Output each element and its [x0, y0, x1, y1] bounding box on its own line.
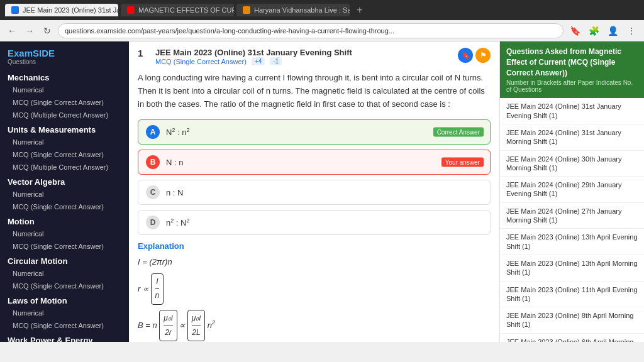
right-panel-item[interactable]: JEE Main 2023 (Online) 13th April Evenin…	[500, 229, 644, 255]
right-panel-header: Questions Asked from Magnetic Effect of …	[500, 41, 644, 98]
option-a[interactable]: A N2 : n2 Correct Answer	[138, 119, 491, 145]
sidebar-item-units-mcq-single[interactable]: MCQ (Single Correct Answer)	[0, 148, 129, 161]
sidebar-item-circular-numerical[interactable]: Numerical	[0, 267, 129, 280]
back-button[interactable]: ←	[5, 24, 19, 38]
option-text-d: n2 : N2	[166, 217, 190, 228]
url-text: questions.examside.com/past-years/jee/qu…	[65, 27, 394, 35]
right-panel-sub: Number in Brackets after Paper Indicates…	[506, 79, 638, 93]
option-text-c: n : N	[166, 188, 183, 197]
tab-favicon-yt	[127, 6, 135, 14]
right-panel-item[interactable]: JEE Main 2024 (Online) 31st January Even…	[500, 98, 644, 124]
explanation-title: Explanation	[138, 241, 491, 251]
brand-name: ExamSIDE	[8, 48, 121, 58]
brand-sub: Questions	[8, 58, 121, 65]
right-panel-item[interactable]: JEE Main 2024 (Online) 30th January Morn…	[500, 151, 644, 177]
explanation-text: I = (2πr)n r ∝ I n B = n μ₀i 2r ∝ μ₀i 2L	[138, 255, 491, 341]
right-panel-items: JEE Main 2024 (Online) 31st January Even…	[500, 98, 644, 342]
sidebar-item-laws-mcq-single[interactable]: MCQ (Single Correct Answer)	[0, 319, 129, 332]
extensions-icon[interactable]: 🧩	[586, 23, 601, 38]
bookmark-question-icon[interactable]: 🔖	[458, 48, 473, 63]
tab-favicon-hn	[243, 6, 250, 14]
brand-exam: Exam	[8, 48, 33, 58]
question-number: 1	[138, 48, 149, 58]
tab-favicon-jee	[11, 6, 19, 14]
question-meta-block: JEE Main 2023 (Online) 31st January Even…	[155, 48, 452, 65]
sidebar-item-laws-numerical[interactable]: Numerical	[0, 307, 129, 319]
flag-question-icon[interactable]: ⚑	[475, 48, 491, 63]
sidebar-item-units-numerical[interactable]: Numerical	[0, 136, 129, 148]
option-text-b: N : n	[166, 158, 183, 167]
sidebar: ExamSIDE Questions Mechanics Numerical M…	[0, 41, 129, 342]
sidebar-section-laws: Laws of Motion	[0, 292, 129, 307]
sidebar-section-work: Work Power & Energy	[0, 332, 129, 342]
sidebar-section-units: Units & Measurements	[0, 121, 129, 136]
brand-side: SIDE	[33, 48, 55, 58]
right-panel-title: Questions Asked from Magnetic Effect of …	[506, 47, 638, 78]
sidebar-item-motion-mcq-single[interactable]: MCQ (Single Correct Answer)	[0, 240, 129, 253]
right-panel-item[interactable]: JEE Main 2024 (Online) 27th January Morn…	[500, 203, 644, 229]
browser-nav-icons: 🔖 🧩 👤 ⋮	[567, 23, 639, 38]
tab-label-jee: JEE Main 2023 (Online) 31st Jan...	[23, 6, 118, 14]
sidebar-item-motion-numerical[interactable]: Numerical	[0, 228, 129, 240]
app-body: ExamSIDE Questions Mechanics Numerical M…	[0, 41, 644, 342]
bookmark-icon[interactable]: 🔖	[567, 23, 582, 38]
option-label-a: A	[146, 125, 160, 139]
sidebar-section-motion: Motion	[0, 213, 129, 228]
sidebar-section-mechanics: Mechanics	[0, 69, 129, 84]
sidebar-item-mechanics-mcq-single[interactable]: MCQ (Single Correct Answer)	[0, 96, 129, 109]
sidebar-item-vector-numerical[interactable]: Numerical	[0, 188, 129, 200]
sidebar-logo: ExamSIDE Questions	[0, 41, 129, 69]
badge-plus: +4	[252, 57, 265, 65]
option-label-c: C	[146, 185, 160, 199]
forward-button[interactable]: →	[23, 24, 36, 38]
question-title: JEE Main 2023 (Online) 31st January Even…	[155, 48, 452, 57]
question-icons: 🔖 ⚑	[458, 48, 491, 63]
new-tab-button[interactable]: +	[352, 3, 367, 18]
tab-jee[interactable]: JEE Main 2023 (Online) 31st Jan... ✕	[5, 4, 118, 16]
option-text-a: N2 : n2	[166, 127, 190, 137]
tab-yt[interactable]: MAGNETIC EFFECTS OF CURRENT A...	[121, 4, 234, 16]
badge-minus: -1	[270, 57, 282, 65]
sidebar-item-mechanics-numerical[interactable]: Numerical	[0, 84, 129, 96]
option-label-d: D	[146, 216, 160, 229]
option-b[interactable]: B N : n Your answer	[138, 150, 491, 175]
question-meta: MCQ (Single Correct Answer) +4 -1	[155, 57, 452, 65]
sidebar-section-circular: Circular Motion	[0, 253, 129, 267]
refresh-button[interactable]: ↻	[40, 24, 54, 38]
your-answer-tag: Your answer	[441, 158, 484, 167]
option-c[interactable]: C n : N	[138, 180, 491, 205]
correct-answer-tag: Correct Answer	[433, 128, 484, 137]
tab-bar: JEE Main 2023 (Online) 31st Jan... ✕ MAG…	[0, 0, 644, 20]
right-panel-item[interactable]: JEE Main 2024 (Online) 31st January Morn…	[500, 124, 644, 151]
right-panel-item[interactable]: JEE Main 2023 (Online) 11th April Evenin…	[500, 282, 644, 308]
right-panel-item[interactable]: JEE Main 2023 (Online) 13th April Mornin…	[500, 255, 644, 282]
option-d[interactable]: D n2 : N2	[138, 210, 491, 235]
question-header: 1 JEE Main 2023 (Online) 31st January Ev…	[138, 48, 491, 65]
explanation-line-2: r ∝ I n	[138, 273, 491, 305]
explanation-line-1: I = (2πr)n	[138, 255, 491, 269]
tab-hn[interactable]: Haryana Vidhansabha Live : Saini S...	[236, 4, 350, 16]
sidebar-item-units-mcq-multi[interactable]: MCQ (Multiple Correct Answer)	[0, 161, 129, 173]
sidebar-section-vector: Vector Algebra	[0, 173, 129, 188]
tab-label-yt: MAGNETIC EFFECTS OF CURRENT A...	[138, 6, 234, 14]
nav-bar: ← → ↻ questions.examside.com/past-years/…	[0, 20, 644, 41]
right-panel-item[interactable]: JEE Main 2023 (Online) 6th April Morning…	[500, 334, 644, 342]
sidebar-item-vector-mcq-single[interactable]: MCQ (Single Correct Answer)	[0, 200, 129, 213]
main-content: 1 JEE Main 2023 (Online) 31st January Ev…	[129, 41, 499, 342]
question-text: A long conducting wire having a current …	[138, 72, 491, 111]
sidebar-item-circular-mcq-single[interactable]: MCQ (Single Correct Answer)	[0, 280, 129, 292]
option-label-b: B	[146, 155, 160, 169]
menu-icon[interactable]: ⋮	[624, 23, 639, 38]
sidebar-item-mechanics-mcq-multi[interactable]: MCQ (Multiple Correct Answer)	[0, 109, 129, 121]
address-bar[interactable]: questions.examside.com/past-years/jee/qu…	[58, 23, 564, 38]
question-type: MCQ (Single Correct Answer)	[155, 58, 247, 65]
explanation-line-3: B = n μ₀i 2r ∝ μ₀i 2L n2	[138, 310, 491, 341]
right-panel-item[interactable]: JEE Main 2024 (Online) 29th January Even…	[500, 177, 644, 203]
right-panel: Questions Asked from Magnetic Effect of …	[499, 41, 644, 342]
right-panel-item[interactable]: JEE Main 2023 (Online) 8th April Morning…	[500, 307, 644, 334]
tab-label-hn: Haryana Vidhansabha Live : Saini S...	[254, 6, 350, 14]
profile-icon[interactable]: 👤	[605, 23, 620, 38]
